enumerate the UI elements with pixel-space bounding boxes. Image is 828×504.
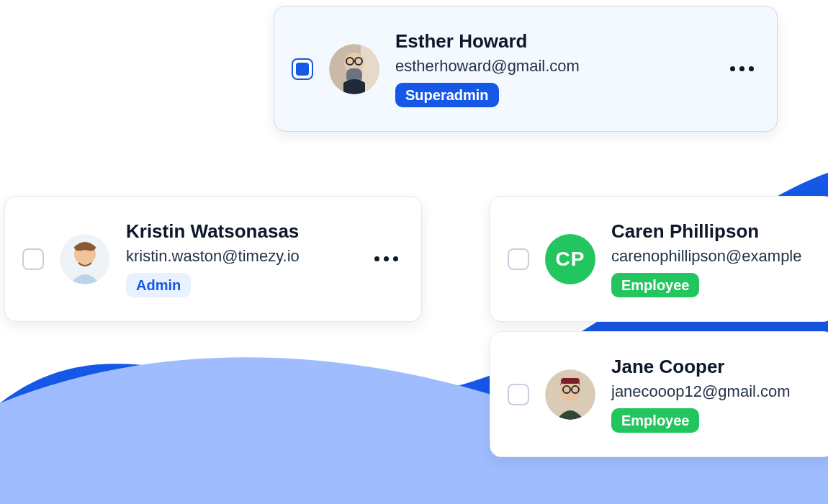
user-email: carenophillipson@example (611, 247, 801, 266)
user-name: Esther Howard (395, 30, 580, 53)
user-email: kristin.waston@timezy.io (126, 247, 300, 266)
user-card[interactable]: Jane Cooper janecooop12@gmail.com Employ… (490, 331, 828, 457)
user-name: Kristin Watsonasas (126, 220, 300, 243)
user-name: Caren Phillipson (611, 220, 801, 243)
avatar (329, 44, 379, 94)
user-card[interactable]: Kristin Watsonasas kristin.waston@timezy… (4, 196, 422, 322)
select-checkbox[interactable] (508, 248, 529, 270)
more-icon[interactable] (369, 251, 404, 267)
select-checkbox[interactable] (292, 58, 313, 80)
avatar: CP (545, 234, 595, 284)
avatar (60, 234, 110, 284)
more-icon[interactable] (724, 60, 760, 77)
select-checkbox[interactable] (508, 384, 529, 405)
role-badge: Employee (611, 408, 699, 433)
avatar (545, 369, 595, 420)
user-email: janecooop12@gmail.com (611, 382, 791, 401)
user-card[interactable]: Esther Howard estherhoward@gmail.com Sup… (274, 6, 778, 132)
select-checkbox[interactable] (22, 248, 44, 270)
user-name: Jane Cooper (611, 356, 791, 378)
role-badge: Admin (126, 273, 191, 297)
svg-rect-13 (561, 378, 580, 384)
role-badge: Employee (611, 273, 699, 297)
user-email: estherhoward@gmail.com (395, 57, 580, 76)
user-card[interactable]: CP Caren Phillipson carenophillipson@exa… (490, 196, 828, 322)
role-badge: Superadmin (395, 83, 499, 107)
